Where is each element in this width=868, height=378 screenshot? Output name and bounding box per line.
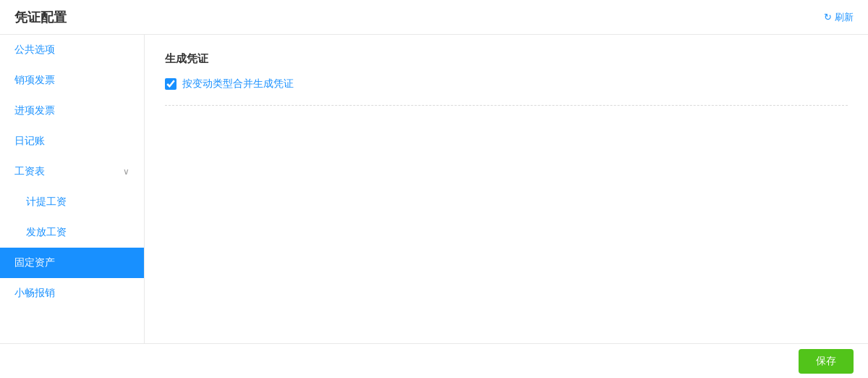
- sidebar-item-label: 固定资产: [14, 256, 55, 269]
- merge-type-checkbox[interactable]: [165, 78, 176, 90]
- sidebar-item-label: 计提工资: [26, 196, 67, 209]
- refresh-icon: ↻: [824, 12, 832, 22]
- merge-type-label[interactable]: 按变动类型合并生成凭证: [182, 77, 294, 91]
- content-area: 生成凭证 按变动类型合并生成凭证: [145, 35, 868, 343]
- sidebar-item-accrued-salary[interactable]: 计提工资: [0, 187, 144, 217]
- sidebar-item-payroll[interactable]: 工资表∨: [0, 156, 144, 187]
- section-title: 生成凭证: [165, 52, 848, 66]
- sidebar-item-label: 日记账: [14, 135, 45, 148]
- sidebar-item-public-options[interactable]: 公共选项: [0, 35, 144, 65]
- sidebar-item-label: 公共选项: [14, 43, 55, 56]
- sidebar-item-expense-report[interactable]: 小畅报销: [0, 278, 144, 308]
- refresh-button[interactable]: ↻ 刷新: [824, 11, 854, 24]
- sidebar-item-sales-invoice[interactable]: 销项发票: [0, 65, 144, 96]
- refresh-label: 刷新: [835, 11, 854, 24]
- sidebar-item-label: 销项发票: [14, 74, 55, 87]
- footer: 保存: [0, 343, 868, 378]
- sidebar-item-fixed-assets[interactable]: 固定资产: [0, 248, 144, 278]
- main-layout: 公共选项销项发票进项发票日记账工资表∨计提工资发放工资固定资产小畅报销 生成凭证…: [0, 35, 868, 343]
- section-divider: [165, 105, 848, 106]
- checkbox-row: 按变动类型合并生成凭证: [165, 77, 848, 91]
- sidebar-item-label: 进项发票: [14, 104, 55, 117]
- sidebar-item-label: 小畅报销: [14, 287, 55, 300]
- sidebar-item-pay-salary[interactable]: 发放工资: [0, 217, 144, 248]
- page-title: 凭证配置: [14, 9, 67, 26]
- chevron-down-icon: ∨: [123, 167, 129, 177]
- save-button[interactable]: 保存: [799, 349, 854, 374]
- sidebar-item-purchase-invoice[interactable]: 进项发票: [0, 96, 144, 126]
- header: 凭证配置 ↻ 刷新: [0, 0, 868, 35]
- sidebar: 公共选项销项发票进项发票日记账工资表∨计提工资发放工资固定资产小畅报销: [0, 35, 145, 343]
- sidebar-item-label: 工资表: [14, 165, 45, 178]
- sidebar-item-journal[interactable]: 日记账: [0, 126, 144, 156]
- sidebar-item-label: 发放工资: [26, 226, 67, 239]
